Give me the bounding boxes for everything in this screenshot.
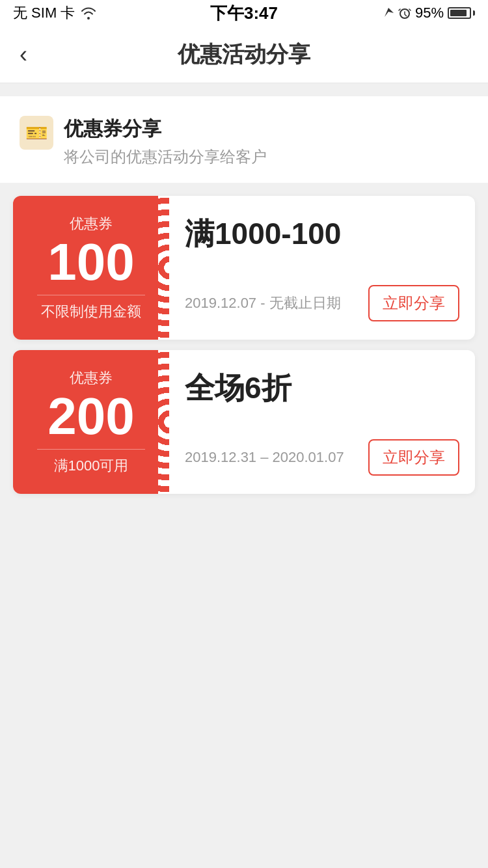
- location-icon: [383, 7, 394, 19]
- status-left: 无 SIM 卡: [13, 3, 97, 23]
- share-button-1[interactable]: 立即分享: [368, 285, 459, 321]
- coupon-bottom-1: 2019.12.07 - 无截止日期 立即分享: [185, 285, 459, 321]
- coupon-list: 优惠券 100 不限制使用金额 满1000-100 2019.12.07 - 无…: [0, 183, 488, 494]
- section-subtitle: 将公司的优惠活动分享给客户: [64, 146, 267, 167]
- coupon-divider-2: [37, 449, 145, 450]
- coupon-date-2: 2019.12.31 – 2020.01.07: [185, 449, 362, 466]
- coupon-date-1: 2019.12.07 - 无截止日期: [185, 293, 362, 313]
- nav-bar: ‹ 优惠活动分享: [0, 26, 488, 83]
- status-bar: 无 SIM 卡 下午3:47 95%: [0, 0, 488, 26]
- coupon-left-2: 优惠券 200 满1000可用: [13, 350, 169, 494]
- section-icon: 🎫: [20, 116, 53, 150]
- background-area: [0, 494, 488, 819]
- coupon-label-1: 优惠券: [70, 214, 113, 234]
- status-time: 下午3:47: [210, 2, 278, 25]
- coupon-right-2: 全场6折 2019.12.31 – 2020.01.07 立即分享: [169, 350, 475, 494]
- coupon-divider-1: [37, 295, 145, 295]
- coupon-card-2: 优惠券 200 满1000可用 全场6折 2019.12.31 – 2020.0…: [13, 350, 475, 494]
- carrier-label: 无 SIM 卡: [13, 3, 75, 23]
- wifi-icon: [80, 7, 97, 20]
- nav-title: 优惠活动分享: [178, 40, 310, 70]
- coupon-value-1: 100: [47, 236, 134, 288]
- coupon-label-2: 优惠券: [70, 368, 113, 388]
- status-right: 95%: [383, 5, 475, 21]
- alarm-icon: [398, 7, 411, 20]
- back-button[interactable]: ‹: [20, 41, 27, 68]
- coupon-condition-1: 不限制使用金额: [41, 302, 141, 321]
- battery-percent: 95%: [415, 5, 444, 21]
- section-title: 优惠券分享: [64, 116, 267, 142]
- section-header: 🎫 优惠券分享 将公司的优惠活动分享给客户: [0, 96, 488, 183]
- share-button-2[interactable]: 立即分享: [368, 439, 459, 476]
- battery-icon: [448, 7, 475, 19]
- coupon-left-1: 优惠券 100 不限制使用金额: [13, 196, 169, 340]
- coupon-name-1: 满1000-100: [185, 214, 459, 254]
- coupon-card-1: 优惠券 100 不限制使用金额 满1000-100 2019.12.07 - 无…: [13, 196, 475, 340]
- coupon-right-1: 满1000-100 2019.12.07 - 无截止日期 立即分享: [169, 196, 475, 340]
- coupon-bottom-2: 2019.12.31 – 2020.01.07 立即分享: [185, 439, 459, 476]
- section-text-group: 优惠券分享 将公司的优惠活动分享给客户: [64, 116, 267, 167]
- coupon-name-2: 全场6折: [185, 368, 459, 409]
- coupon-value-2: 200: [47, 390, 134, 442]
- coupon-condition-2: 满1000可用: [54, 456, 129, 476]
